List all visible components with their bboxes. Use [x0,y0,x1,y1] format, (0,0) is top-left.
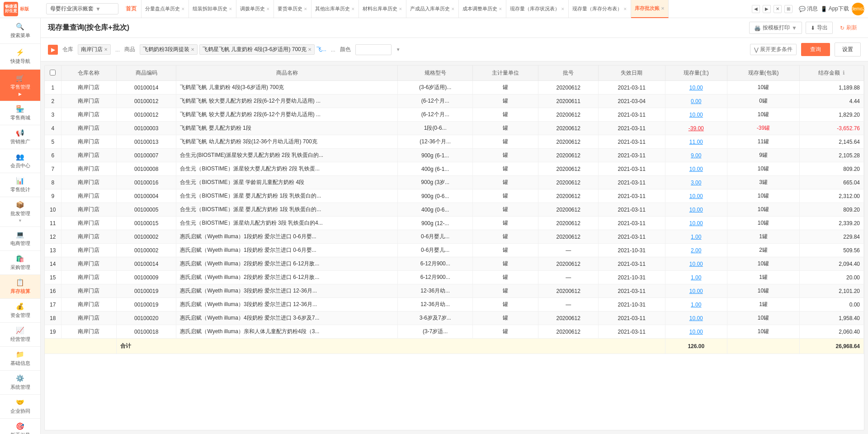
sidebar-item-members[interactable]: 👥 会员中心 [0,149,40,173]
row-batch: 20200611 [538,94,599,108]
page-title: 现存量查询(按仓库+批次) [48,23,129,33]
row-qty[interactable]: 10.00 [665,311,727,325]
operations-icon: 📈 [16,326,24,335]
row-spec: 12-36月幼... [398,298,473,311]
sidebar-item-basic[interactable]: 📁 基础信息 [0,347,40,371]
row-qty[interactable]: 10.00 [665,189,727,203]
row-qty[interactable]: 1.00 [665,271,727,284]
app-download-btn[interactable]: 📱 App下载 [821,5,849,13]
warehouse-more[interactable]: ... [115,47,120,53]
user-avatar[interactable]: demo2 [852,3,864,15]
row-spec: 0-6月婴儿... [398,244,473,257]
sidebar-item-search[interactable]: 🔍 搜索菜单 [0,18,40,44]
row-warehouse: 南岸门店 [61,81,116,94]
sidebar-item-system[interactable]: ⚙️ 系统管理 [0,371,40,395]
tab-7[interactable]: 产成品入库单历史✕ [406,0,459,18]
row-qty[interactable]: 1.00 [665,298,727,311]
row-balance: 2,101.20 [800,284,864,298]
row-balance: 2,105.28 [800,149,864,162]
row-qty[interactable]: 9.00 [665,149,727,162]
row-warehouse: 南岸门店 [61,135,116,149]
tab-3[interactable]: 调拨单历史✕ [236,0,274,18]
tab-1[interactable]: 分量盘点单历史✕ [142,0,189,18]
setting-button[interactable]: 设置 [835,42,861,57]
row-qty[interactable]: 10.00 [665,203,727,217]
row-qty[interactable]: 2.00 [665,244,727,257]
tab-11-active[interactable]: 库存批次账✕ [631,0,669,18]
product-more[interactable]: 飞... [316,46,326,53]
table-row: 19 南岸门店 00100018 惠氏启赋（Wyeth illuma）亲和人体儿… [45,325,864,339]
tab-nav-right[interactable]: ▶ [763,5,771,13]
row-qty[interactable]: 1.00 [665,230,727,244]
table-row: 7 南岸门店 00100008 合生元（BIOSTIME）派星较大婴儿配方奶粉 … [45,162,864,176]
sidebar-item-retail-stats[interactable]: 📊 零售统计 [0,173,40,197]
row-qty[interactable]: 10.00 [665,162,727,176]
tab-menu[interactable]: ⊞ [784,5,793,13]
sidebar-item-inventory[interactable]: 📋 库存核算 [0,275,40,299]
expand-conditions-btn[interactable]: ⋁ 展开更多条件 [750,44,797,55]
sidebar-item-shop[interactable]: 🏪 零售商城 [0,101,40,125]
row-qty[interactable]: 11.00 [665,135,727,149]
tab-6[interactable]: 材料出库单历史✕ [359,0,406,18]
balance-info-icon[interactable]: ℹ [843,70,845,76]
tab-home[interactable]: 首页 [121,0,142,18]
sidebar-item-finance[interactable]: 💰 资金管理 [0,299,40,323]
tab-5[interactable]: 其他出库单历史✕ [311,0,359,18]
product-filter-more[interactable]: ... [331,47,335,53]
sidebar-item-retail[interactable]: 🛒 零售管理 ▶ [0,70,40,101]
export-btn[interactable]: ⬇ 导出 [806,22,833,34]
warehouse-tag-1[interactable]: 南岸门店 ✕ [78,44,111,55]
product-filter-label: 商品 [124,46,135,53]
row-qty[interactable]: 10.00 [665,257,727,271]
row-qty[interactable]: 3.00 [665,176,727,189]
row-qty[interactable]: 0.00 [665,94,727,108]
table-row: 8 南岸门店 00100016 合生元（BIOSTIME）派星 学龄前儿童配方奶… [45,176,864,189]
product-tag-1-close-icon[interactable]: ✕ [191,47,194,52]
row-expire: 2021-03-11 [598,203,665,217]
sidebar-item-marketing[interactable]: 📢 营销推广 [0,125,40,149]
row-qty[interactable]: 10.00 [665,284,727,298]
row-qty[interactable]: 10.00 [665,325,727,339]
row-expire: 2021-03-11 [598,189,665,203]
row-batch: 20200612 [538,189,599,203]
row-pack: 10罐 [727,325,799,339]
sidebar-item-wholesale[interactable]: 📦 批发管理 ▼ [0,197,40,227]
refresh-btn[interactable]: ↻ 刷新 [836,22,861,33]
tab-9[interactable]: 现存量（库存状况表）✕ [506,0,569,18]
row-qty[interactable]: 10.00 [665,217,727,230]
row-pack: 1罐 [727,298,799,311]
warehouse-tag-close-icon[interactable]: ✕ [104,47,108,52]
select-all-checkbox[interactable] [50,70,56,75]
tab-nav-left[interactable]: ◀ [752,5,760,13]
tab-close[interactable]: ✕ [774,5,782,13]
color-filter-input[interactable] [355,44,392,55]
tab-2[interactable]: 组装拆卸单历史✕ [189,0,236,18]
sidebar-item-quick[interactable]: ⚡ 快捷导航 [0,44,40,70]
company-select[interactable]: 母婴行业演示账套 ▼ [46,3,118,14]
color-filter-dropdown-icon[interactable]: ▼ [396,47,401,52]
sidebar-item-operations[interactable]: 📈 经营管理 [0,323,40,347]
row-qty[interactable]: 10.00 [665,108,727,122]
product-tag-1[interactable]: 飞鹤奶粉3段两提装 ✕ [140,44,198,55]
sidebar-item-guide[interactable]: 🎯 新手引导 [0,419,40,434]
basic-icon: 📁 [16,350,24,359]
sidebar-item-collab[interactable]: 🤝 企业协同 [0,395,40,419]
query-button[interactable]: 查询 [801,43,830,56]
tab-8[interactable]: 成本调整单历史✕ [459,0,506,18]
row-qty[interactable]: 10.00 [665,81,727,94]
row-spec: 900g (6-1... [398,149,473,162]
table-row: 10 南岸门店 00100005 合生元（BIOSTIME）派星 婴儿配方奶粉 … [45,203,864,217]
expand-arrow-btn[interactable]: ▶ [48,45,58,55]
print-btn[interactable]: 🖨️ 按模板打印 ▼ [749,22,802,34]
row-expire: 2021-03-04 [598,94,665,108]
product-tag-2-close-icon[interactable]: ✕ [308,47,311,52]
tab-10[interactable]: 现存量（库存分布表）✕ [569,0,631,18]
row-qty[interactable]: -39.00 [665,122,727,135]
row-batch: 20200612 [538,108,599,122]
messages-btn[interactable]: 💬 消息 [799,5,818,13]
sidebar-item-ecommerce[interactable]: 💻 电商管理 [0,227,40,251]
product-tag-2[interactable]: 飞鹤星飞帆 儿童奶粉 4段(3-6岁适用) 700克 ✕ [199,44,315,55]
tab-4[interactable]: 要货单历史✕ [274,0,311,18]
company-name: 母婴行业演示账套 [50,5,94,13]
sidebar-item-purchase[interactable]: 🛍️ 采购管理 [0,251,40,275]
